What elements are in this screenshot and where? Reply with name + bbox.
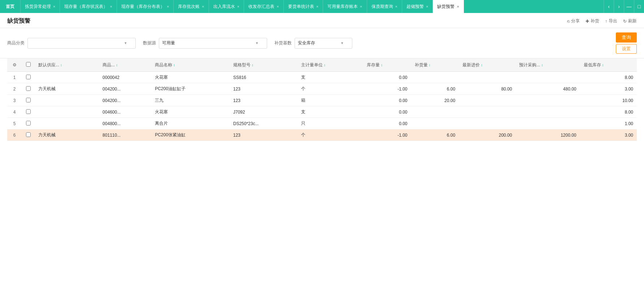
col-latest-price-sort[interactable]: ↕ <box>481 63 483 67</box>
row-product-name-2: PC200油缸缸子 <box>151 83 230 95</box>
col-replenish-qty-label: 补货量 <box>415 62 428 68</box>
tab-expiry-query[interactable]: 保质期查询× <box>367 0 402 13</box>
tab-close-overstock[interactable]: × <box>426 4 428 9</box>
replenish-basis-label: 补货基数 <box>274 40 292 46</box>
col-product-name-sort[interactable]: ↕ <box>173 63 175 67</box>
row-min-stock-5: 1.00 <box>580 118 637 129</box>
col-stock-qty-label: 库存量 <box>367 62 380 68</box>
category-select[interactable]: ▾ <box>27 38 136 49</box>
tab-maximize[interactable]: □ <box>634 0 644 13</box>
datasource-select[interactable]: 可用量 ▾ <box>159 38 267 49</box>
row-stock-qty-6: -1.00 <box>363 129 411 141</box>
col-product-code: 商品... ↕ <box>99 58 151 72</box>
share-button[interactable]: ⎋ 分享 <box>567 18 580 24</box>
col-replenish-qty-sort[interactable]: ↕ <box>429 63 431 67</box>
row-product-code-2: 004200... <box>99 83 151 95</box>
table-body: 1 0000042 火花塞 SS816 支 0.00 8.00 2 力天机械 0… <box>7 72 637 141</box>
row-latest-price-6: 200.00 <box>459 129 515 141</box>
row-est-purchase-4 <box>515 106 580 118</box>
col-default-supplier-sort[interactable]: ↕ <box>60 63 62 67</box>
tab-demand-stats[interactable]: 要货单统计表× <box>284 0 323 13</box>
tab-overstock[interactable]: 超储预警× <box>402 0 433 13</box>
tab-home[interactable]: 首页 <box>0 0 21 13</box>
tab-inventory-dist[interactable]: 现存量（库存分布表）× <box>117 0 174 13</box>
datasource-filter-group: 数据源 可用量 ▾ <box>143 38 267 49</box>
tab-minimize[interactable]: — <box>624 0 634 13</box>
select-all-checkbox[interactable] <box>26 62 31 67</box>
table-container: ⚙ 默认供应... ↕ 商品... ↕ <box>0 58 644 141</box>
tab-close-inventory-dist[interactable]: × <box>167 4 169 9</box>
tab-close-inventory-status[interactable]: × <box>110 4 112 9</box>
tab-receive-summary[interactable]: 收发存汇总表× <box>244 0 283 13</box>
col-product-code-sort[interactable]: ↕ <box>116 63 118 67</box>
replenish-basis-select[interactable]: 安全库存 ▾ <box>295 38 352 49</box>
row-replenish-qty-6: 6.00 <box>411 129 459 141</box>
tab-inventory-status[interactable]: 现存量（库存状况表）× <box>60 0 117 13</box>
row-num-2: 2 <box>7 83 22 95</box>
tab-anomaly[interactable]: 拣货异常处理× <box>21 0 60 13</box>
tab-close-anomaly[interactable]: × <box>53 4 55 9</box>
tab-close-expiry-query[interactable]: × <box>395 4 397 9</box>
tab-bar: 首页拣货异常处理×现存量（库存状况表）×现存量（库存分布表）×库存批次账×出入库… <box>0 0 644 13</box>
row-select-5[interactable] <box>26 121 31 125</box>
row-product-name-3: 三九 <box>151 95 230 106</box>
tab-available-ledger[interactable]: 可用量库存账本× <box>323 0 367 13</box>
settings-button[interactable]: 设置 <box>616 44 637 54</box>
page-title: 缺货预警 <box>7 17 30 25</box>
query-button[interactable]: 查询 <box>616 32 637 43</box>
tab-scroll-left[interactable]: ‹ <box>604 0 614 13</box>
tab-shortage[interactable]: 缺货预警× <box>433 0 464 13</box>
row-select-4[interactable] <box>26 109 31 114</box>
row-select-3[interactable] <box>26 98 31 102</box>
replenish-icon: ✚ <box>586 19 589 24</box>
row-select-1[interactable] <box>26 75 31 79</box>
row-select-6[interactable] <box>26 132 31 137</box>
row-unit-5: 只 <box>297 118 363 129</box>
row-latest-price-5 <box>459 118 515 129</box>
col-est-purchase-sort[interactable]: ↕ <box>541 63 543 67</box>
datasource-value: 可用量 <box>162 40 175 46</box>
tab-nav-buttons: ‹ › — □ <box>604 0 644 13</box>
tab-in-out-flow[interactable]: 出入库流水× <box>209 0 244 13</box>
col-product-code-label: 商品... <box>103 62 115 68</box>
row-num-3: 3 <box>7 95 22 106</box>
row-replenish-qty-3: 20.00 <box>411 95 459 106</box>
table-settings-icon[interactable]: ⚙ <box>11 61 18 69</box>
table-row: 4 004600... 火花塞 J7092 支 0.00 8.00 <box>7 106 637 118</box>
row-est-purchase-6: 1200.00 <box>515 129 580 141</box>
tab-scroll-right[interactable]: › <box>614 0 624 13</box>
row-unit-6: 个 <box>297 129 363 141</box>
tab-close-receive-summary[interactable]: × <box>277 4 279 9</box>
tab-label-expiry-query: 保质期查询 <box>371 4 393 10</box>
refresh-button[interactable]: ↻ 刷新 <box>623 18 637 24</box>
export-button[interactable]: ↑ 导出 <box>605 18 617 24</box>
col-unit-sort[interactable]: ↕ <box>324 63 326 67</box>
tab-close-batch-account[interactable]: × <box>202 4 204 9</box>
tab-batch-account[interactable]: 库存批次账× <box>174 0 209 13</box>
replenish-button[interactable]: ✚ 补货 <box>586 18 599 24</box>
col-stock-qty-sort[interactable]: ↕ <box>381 63 383 67</box>
col-min-stock-sort[interactable]: ↕ <box>602 63 604 67</box>
tab-close-available-ledger[interactable]: × <box>360 4 362 9</box>
row-select-2[interactable] <box>26 86 31 91</box>
tab-close-demand-stats[interactable]: × <box>316 4 318 9</box>
row-stock-qty-2: -1.00 <box>363 83 411 95</box>
col-est-purchase: 预计采购... ↕ <box>515 58 580 72</box>
row-stock-qty-5: 0.00 <box>363 118 411 129</box>
row-checkbox-3 <box>22 95 35 106</box>
row-stock-qty-4: 0.00 <box>363 106 411 118</box>
datasource-dropdown-arrow: ▾ <box>256 41 258 45</box>
tab-label-inventory-dist: 现存量（库存分布表） <box>121 4 165 10</box>
datasource-label: 数据源 <box>143 40 156 46</box>
col-spec-sort[interactable]: ↕ <box>252 63 253 67</box>
row-spec-2: 123 <box>230 83 297 95</box>
tab-close-shortage[interactable]: × <box>457 4 459 9</box>
filter-actions: 查询 设置 <box>616 32 637 54</box>
row-supplier-6: 力天机械 <box>35 129 99 141</box>
replenish-basis-value: 安全库存 <box>298 40 315 46</box>
tab-label-receive-summary: 收发存汇总表 <box>248 4 274 10</box>
col-stock-qty: 库存量 ↕ <box>363 58 411 72</box>
row-product-code-4: 004600... <box>99 106 151 118</box>
col-unit: 主计量单位 ↕ <box>297 58 363 72</box>
tab-close-in-out-flow[interactable]: × <box>237 4 239 9</box>
